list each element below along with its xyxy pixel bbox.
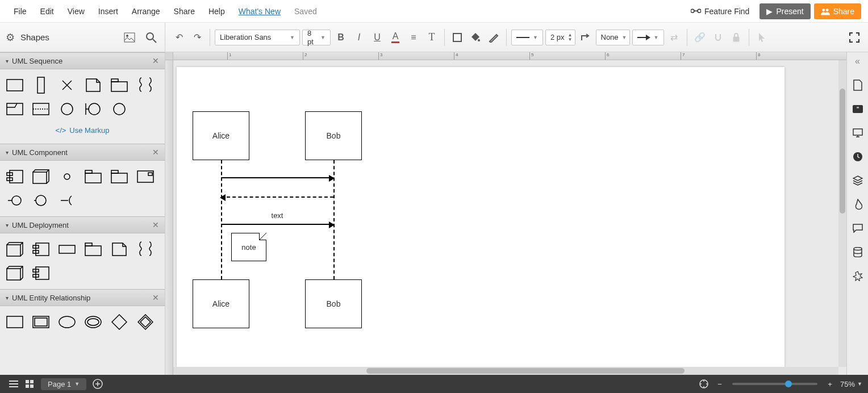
shape-node[interactable] [3,239,26,260]
category-header-deployment[interactable]: UML Deployment✕ [0,216,165,233]
menu-share[interactable]: Share [167,7,202,16]
shape-node2[interactable] [3,263,26,283]
close-icon[interactable]: ✕ [152,293,159,302]
zoom-slider-knob[interactable] [785,381,792,387]
shape-provided[interactable] [30,190,52,211]
bold-button[interactable]: B [333,30,349,45]
shape-activation[interactable] [30,75,52,95]
menu-whats-new[interactable]: What's New [232,7,287,16]
message-arrow-1[interactable] [221,177,333,178]
use-markup-link[interactable]: </>Use Markup [3,123,161,138]
zoom-slider[interactable] [732,383,817,385]
lifeline-head-bob-top[interactable]: Bob [305,111,362,160]
zoom-in-button[interactable]: + [822,376,838,392]
note-shape[interactable]: note [231,233,266,261]
zoom-out-button[interactable]: − [712,376,728,392]
present-panel-icon[interactable] [851,126,865,140]
present-button[interactable]: ▶ Present [760,3,810,19]
fill-color-button[interactable] [468,30,483,45]
font-size-select[interactable]: 8 pt▼ [302,30,331,45]
collapse-dock-button[interactable]: « [855,55,860,68]
shape-package3[interactable] [108,166,131,187]
feature-find-button[interactable]: Feature Find [691,7,749,16]
canvas-page[interactable]: Alice Bob text note Alice Bob [177,67,784,375]
lifeline-head-alice-bottom[interactable]: Alice [193,279,249,328]
shape-component-3d[interactable] [30,166,52,187]
shape-frame[interactable] [3,99,26,119]
underline-button[interactable]: U [369,30,385,45]
close-icon[interactable]: ✕ [152,148,159,157]
shape-package4[interactable] [82,239,105,260]
shape-fragment[interactable] [134,75,157,95]
close-icon[interactable]: ✕ [152,220,159,229]
text-color-button[interactable]: A [387,30,403,45]
shape-component[interactable] [3,166,26,187]
themes-panel-icon[interactable] [851,198,865,211]
line-start-select[interactable]: None▼ [596,30,630,45]
italic-button[interactable]: I [351,30,367,45]
shape-package[interactable] [108,75,131,95]
shape-component2[interactable] [30,239,52,260]
zoom-level[interactable]: 75% [840,380,855,388]
image-icon[interactable] [122,30,137,45]
page-panel-icon[interactable] [851,78,865,92]
border-color-button[interactable] [486,30,502,45]
shape-destroy[interactable] [56,75,78,95]
target-icon[interactable] [696,376,712,392]
vertical-scrollbar[interactable] [838,60,846,367]
text-tool-button[interactable]: T [424,30,440,45]
message-label[interactable]: text [272,211,283,220]
shape-weak-entity[interactable] [30,312,52,332]
chat-panel-icon[interactable] [851,221,865,235]
menu-file[interactable]: File [7,7,34,16]
add-page-button[interactable] [90,376,106,392]
outline-icon[interactable] [6,376,22,392]
menu-edit[interactable]: Edit [34,7,61,16]
menu-help[interactable]: Help [202,7,232,16]
history-panel-icon[interactable] [851,150,865,164]
undo-button[interactable]: ↶ [171,30,187,45]
line-end-select[interactable]: ▼ [632,30,664,45]
shape-assembly[interactable] [56,190,78,211]
scrollbar-thumb[interactable] [366,368,685,374]
redo-button[interactable]: ↷ [189,30,205,45]
category-header-er[interactable]: UML Entity Relationship✕ [0,289,165,306]
shape-note[interactable] [82,75,105,95]
line-routing-button[interactable] [578,30,594,45]
canvas-area[interactable]: 1 2 3 4 5 6 7 8 Alice Bob text note Alic… [165,52,846,375]
shape-spec[interactable] [134,239,157,260]
fullscreen-button[interactable] [846,30,862,45]
shape-object2[interactable] [56,239,78,260]
return-arrow[interactable] [221,196,333,198]
shape-artifact[interactable] [108,239,131,260]
shape-weak-rel[interactable] [134,312,157,332]
shape-attribute[interactable] [56,312,78,332]
menu-view[interactable]: View [61,7,91,16]
line-width-stepper[interactable]: 2 px▲▼ [545,30,575,45]
page-selector[interactable]: Page 1▼ [41,378,86,390]
grid-view-icon[interactable] [22,376,37,392]
shape-boundary[interactable] [82,99,105,119]
share-button[interactable]: Share [814,3,861,19]
shape-entity-rect[interactable] [3,312,26,332]
horizontal-scrollbar[interactable] [173,367,838,375]
shape-required[interactable] [3,190,26,211]
lifeline-head-alice-top[interactable]: Alice [193,111,249,160]
category-header-sequence[interactable]: UML Sequence✕ [0,52,165,69]
align-button[interactable]: ≡ [406,30,422,45]
category-header-component[interactable]: UML Component✕ [0,144,165,161]
shape-multi-attr[interactable] [82,312,105,332]
scrollbar-thumb[interactable] [840,89,845,214]
data-panel-icon[interactable] [851,245,865,259]
shape-style-button[interactable] [449,30,465,45]
shape-relationship[interactable] [108,312,131,332]
shape-alt[interactable] [30,99,52,119]
font-family-select[interactable]: Liberation Sans▼ [215,30,300,45]
layers-panel-icon[interactable] [851,174,865,187]
step-down-icon[interactable]: ▼ [568,37,573,42]
shape-subsystem[interactable] [134,166,157,187]
shape-object[interactable] [3,75,26,95]
shape-package2[interactable] [82,166,105,187]
shape-endpoint[interactable] [56,99,78,119]
lifeline-head-bob-bottom[interactable]: Bob [305,279,362,328]
